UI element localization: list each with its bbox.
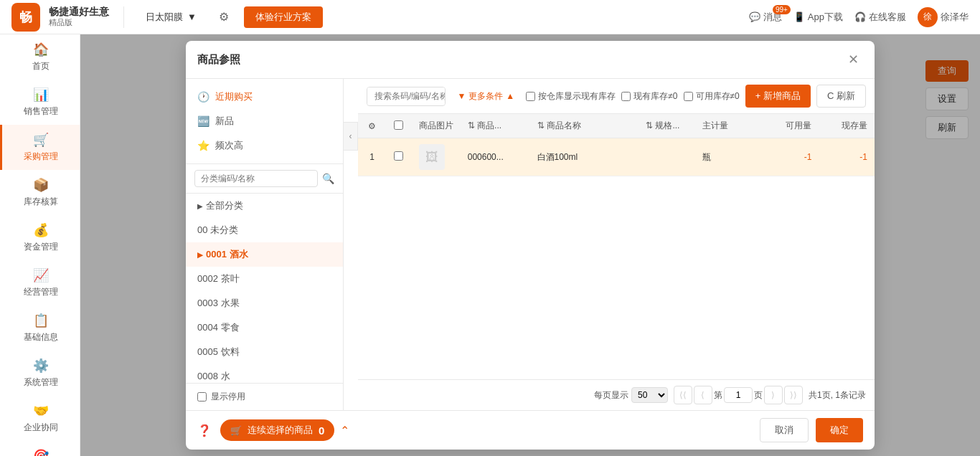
sidebar-item-inventory[interactable]: 📦 库存核算 [0,170,80,215]
checkbox-by-warehouse[interactable]: 按仓库显示现有库存 [526,90,616,103]
tab-recent-purchase[interactable]: 🕐 近期购买 [186,85,343,109]
refresh-button[interactable]: C 刷新 [816,85,866,108]
app-download-button[interactable]: 📱 App下载 [793,11,843,24]
star-icon: ⭐ [197,140,209,151]
purchase-icon: 🛒 [33,132,49,148]
footer-collapse-icon[interactable]: ⌃ [340,424,349,437]
th-num: ⚙ [358,114,386,138]
sidebar-item-finance[interactable]: 💰 资金管理 [0,215,80,260]
prev-page-button[interactable]: ⟨ [694,386,712,404]
category-search-input[interactable] [194,170,318,187]
table-row[interactable]: 1 🖼 [358,138,875,176]
checkbox-nonzero-stock[interactable]: 现有库存≠0 [621,90,677,103]
show-disabled-section: 显示停用 [186,383,343,410]
navbar: 畅 畅捷通好生意 精品版 日太阳膜 ▼ ⚙ 体验行业方案 💬 消息 99+ 📱 … [0,0,980,34]
category-drinks[interactable]: 0005 饮料 [186,340,343,364]
next-page-button[interactable]: ⟩ [764,386,783,404]
sidebar-item-guide[interactable]: 🎯 新手引导 [0,441,80,456]
show-disabled-checkbox[interactable] [197,392,207,402]
settings-icon[interactable]: ⚙ [368,121,376,131]
page-suffix: 页 [754,389,763,402]
left-panel: 🕐 近期购买 🆕 新品 ⭐ 频次高 [186,79,344,410]
category-liquor[interactable]: ▶ 0001 酒水 [186,242,343,267]
row-img: 🖼 [412,138,461,176]
messages-button[interactable]: 💬 消息 99+ [749,11,782,24]
row-checkbox[interactable] [394,151,403,161]
category-uncategorized[interactable]: 00 未分类 [186,218,343,242]
avatar: 徐 [918,7,938,27]
th-check [386,114,412,138]
category-water[interactable]: 0008 水 [186,364,343,383]
category-all[interactable]: ▶ 全部分类 [186,194,343,218]
expand-icon: ▶ [197,202,203,210]
main-search-input[interactable] [367,87,446,105]
left-panel-wrapper: 🕐 近期购买 🆕 新品 ⭐ 频次高 [186,79,358,410]
messages-badge: 99+ [773,5,791,14]
modal-footer: ❓ 🛒 连续选择的商品 0 ⌃ 取消 确定 [186,410,875,450]
by-warehouse-checkbox[interactable] [526,92,535,101]
modal-close-button[interactable]: ✕ [843,49,863,70]
basic-info-icon: 📋 [33,313,49,328]
cancel-button[interactable]: 取消 [760,418,809,442]
sidebar-item-home[interactable]: 🏠 首页 [0,34,80,80]
chevron-up-icon: ▲ [506,91,514,101]
per-page-select[interactable]: 50 100 200 [631,387,668,403]
help-icon[interactable]: ❓ [197,424,212,437]
sidebar-item-operations[interactable]: 📈 经营管理 [0,260,80,305]
search-toolbar: 🔍 ▼ 更多条件 ▲ 按仓库显示现有库存 [358,79,875,114]
sidebar-label-sales: 销售管理 [24,105,58,118]
row-check[interactable] [386,138,412,176]
product-table-container: ⚙ 商品图片 [358,114,875,379]
modal-body: 🕐 近期购买 🆕 新品 ⭐ 频次高 [186,79,875,410]
settings-icon[interactable]: ⚙ [212,6,235,29]
cart-summary[interactable]: 🛒 连续选择的商品 0 [220,419,334,441]
modal-title: 商品参照 [197,53,240,67]
sidebar-label-purchase: 采购管理 [24,151,58,163]
sidebar-item-basic-info[interactable]: 📋 基础信息 [0,305,80,351]
toolbar-right: + 新增商品 C 刷新 [745,85,866,108]
nonzero-available-checkbox[interactable] [684,92,693,101]
sidebar-label-system: 系统管理 [24,376,58,389]
category-tea[interactable]: 0002 茶叶 [186,267,343,291]
add-product-button[interactable]: + 新增商品 [745,85,811,108]
quick-tabs: 🕐 近期购买 🆕 新品 ⭐ 频次高 [186,79,343,164]
sidebar-item-purchase[interactable]: 🛒 采购管理 [0,125,80,170]
row-code: 000600... [461,138,530,176]
checkbox-nonzero-available[interactable]: 可用库存≠0 [684,90,740,103]
row-spec [639,138,695,176]
category-search-button[interactable]: 🔍 [322,173,334,184]
store-selector[interactable]: 日太阳膜 ▼ [138,8,204,27]
sidebar-item-system[interactable]: ⚙️ 系统管理 [0,351,80,396]
service-button[interactable]: 🎧 在线客服 [854,11,906,24]
select-all-checkbox[interactable] [394,120,403,130]
filter-icon: ▼ [457,91,466,101]
image-placeholder-icon: 🖼 [425,150,438,165]
experience-button[interactable]: 体验行业方案 [244,6,323,28]
nonzero-stock-checkbox[interactable] [621,92,631,101]
row-num: 1 [358,138,386,176]
table-header-row: ⚙ 商品图片 [358,114,875,138]
category-snacks[interactable]: 0004 零食 [186,315,343,340]
more-filters-button[interactable]: ▼ 更多条件 ▲ [451,87,520,105]
sidebar-item-sales[interactable]: 📊 销售管理 [0,80,80,125]
user-profile[interactable]: 徐 徐泽华 [918,7,969,27]
first-page-button[interactable]: ⟨⟨ [674,386,692,404]
sidebar-item-enterprise[interactable]: 🤝 企业协同 [0,396,80,441]
collapse-panel-button[interactable]: ‹ [344,122,358,151]
guide-icon: 🎯 [33,448,49,456]
cart-icon: 🛒 [230,425,242,436]
product-table: ⚙ 商品图片 [358,114,875,176]
brand-sub: 精品版 [49,17,109,28]
category-list: ▶ 全部分类 00 未分类 ▶ 0001 酒水 [186,194,343,383]
category-fruit[interactable]: 0003 水果 [186,291,343,315]
confirm-button[interactable]: 确定 [816,418,863,442]
sidebar: 🏠 首页 📊 销售管理 🛒 采购管理 📦 库存核算 💰 资金管理 📈 经营管理 … [0,34,80,456]
tab-high-frequency[interactable]: ⭐ 频次高 [186,133,343,158]
tab-new-products[interactable]: 🆕 新品 [186,109,343,133]
page-number-input[interactable] [724,387,753,403]
sidebar-label-basic-info: 基础信息 [24,331,58,343]
last-page-button[interactable]: ⟩⟩ [784,386,803,404]
product-image: 🖼 [419,144,445,170]
sidebar-label-finance: 资金管理 [24,241,58,253]
sidebar-label-home: 首页 [32,60,50,72]
